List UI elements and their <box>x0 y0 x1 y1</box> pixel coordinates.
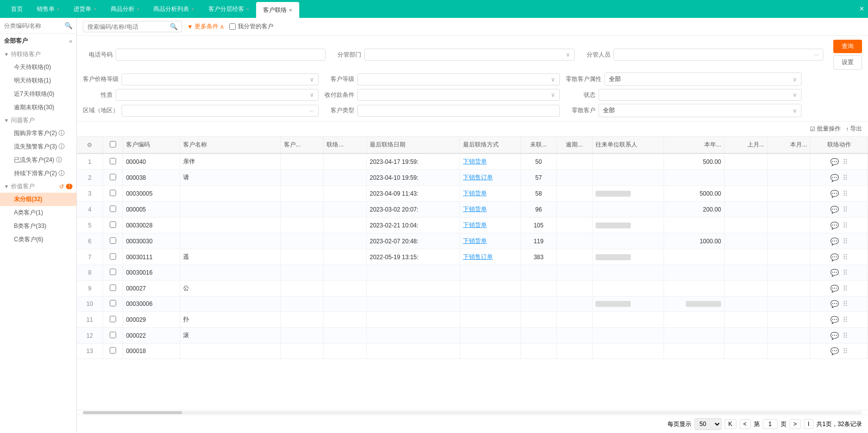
row-checkbox[interactable] <box>110 285 116 291</box>
method-link[interactable]: 下销售订单 <box>463 253 493 260</box>
close-icon-customer-tier[interactable]: × <box>246 0 249 18</box>
th-check[interactable] <box>103 137 123 153</box>
reset-button[interactable]: 设置 <box>833 55 862 70</box>
sidebar-item-churned[interactable]: 已流失客户(24) ⓘ <box>0 153 76 167</box>
sidebar-item-today[interactable]: 今天待联络(0) <box>0 61 76 74</box>
more-actions-icon[interactable]: ⠿ <box>843 190 848 198</box>
close-icon-customer-contact[interactable]: × <box>289 2 292 18</box>
sidebar-item-declining[interactable]: 持续下滑客户(2) ⓘ <box>0 167 76 180</box>
search-input[interactable] <box>87 23 168 30</box>
more-actions-icon[interactable]: ⠿ <box>843 285 848 292</box>
sidebar-item-class-c[interactable]: C类客户(6) <box>0 233 76 246</box>
sidebar-collapse-icon[interactable]: « <box>69 38 72 45</box>
row-checkbox[interactable] <box>110 300 116 306</box>
page-size-select[interactable]: 50 100 <box>694 418 722 430</box>
sidebar-search-input[interactable] <box>4 22 63 29</box>
scatter-select[interactable]: 全部 ∨ <box>599 104 801 117</box>
cell-check[interactable] <box>103 249 123 265</box>
more-actions-icon[interactable]: ⠿ <box>843 237 848 245</box>
chat-icon[interactable]: 💬 <box>830 300 839 308</box>
cell-last-method[interactable]: 下销售订单 <box>460 170 521 186</box>
nav-item-analysis-list[interactable]: 商品分析列表 × <box>146 0 201 18</box>
more-actions-icon[interactable]: ⠿ <box>843 174 848 182</box>
close-icon-purchase[interactable]: × <box>93 0 96 18</box>
sidebar-item-ungrouped[interactable]: 未分组(32) <box>0 193 76 206</box>
row-checkbox[interactable] <box>110 174 116 180</box>
method-link[interactable]: 下销货单 <box>463 237 487 244</box>
phone-input[interactable] <box>116 49 326 61</box>
more-actions-icon[interactable]: ⠿ <box>843 221 848 229</box>
row-checkbox[interactable] <box>110 190 116 196</box>
cell-check[interactable] <box>103 186 123 202</box>
value-refresh-icon[interactable]: ↺ <box>59 183 64 190</box>
close-icon-analysis-list[interactable]: × <box>191 0 194 18</box>
page-number-input[interactable] <box>763 419 778 429</box>
cell-check[interactable] <box>103 170 123 186</box>
more-actions-icon[interactable]: ⠿ <box>843 158 848 166</box>
more-actions-icon[interactable]: ⠿ <box>843 253 848 261</box>
cell-last-method[interactable]: 下销货单 <box>460 202 521 217</box>
scatter-attr-select[interactable]: 全部 ∨ <box>604 72 801 86</box>
more-filters-btn[interactable]: ▼ 更多条件 ∧ <box>187 22 224 31</box>
row-checkbox[interactable] <box>110 158 116 164</box>
cell-check[interactable] <box>103 202 123 217</box>
last-page-btn[interactable]: I <box>804 419 813 429</box>
chat-icon[interactable]: 💬 <box>830 158 839 166</box>
check-all[interactable] <box>110 141 116 147</box>
nav-item-home[interactable]: 首页 <box>4 0 30 18</box>
payment-select[interactable]: ∨ <box>357 89 560 101</box>
method-link[interactable]: 下销售订单 <box>463 174 493 181</box>
more-actions-icon[interactable]: ⠿ <box>843 269 848 277</box>
cell-check[interactable] <box>103 153 123 170</box>
method-link[interactable]: 下销货单 <box>463 221 487 228</box>
first-page-btn[interactable]: K <box>725 419 736 429</box>
chat-icon[interactable]: 💬 <box>830 253 839 261</box>
row-checkbox[interactable] <box>110 347 116 354</box>
chat-icon[interactable]: 💬 <box>830 190 839 198</box>
row-checkbox[interactable] <box>110 332 116 338</box>
sidebar-item-7days[interactable]: 近7天待联络(0) <box>0 87 76 101</box>
nav-item-analysis[interactable]: 商品分析 × <box>104 0 146 18</box>
next-page-btn[interactable]: > <box>790 419 801 429</box>
sidebar-item-class-b[interactable]: B类客户(33) <box>0 219 76 233</box>
chat-icon[interactable]: 💬 <box>830 332 839 340</box>
more-actions-icon[interactable]: ⠿ <box>843 316 848 324</box>
nature-select[interactable]: ∨ <box>116 89 319 101</box>
row-checkbox[interactable] <box>110 253 116 260</box>
row-checkbox[interactable] <box>110 269 116 275</box>
cell-last-method[interactable]: 下销货单 <box>460 217 521 233</box>
my-customers-checkbox[interactable] <box>229 23 236 30</box>
cell-check[interactable] <box>103 281 123 296</box>
chat-icon[interactable]: 💬 <box>830 269 839 277</box>
more-actions-icon[interactable]: ⠿ <box>843 347 848 355</box>
cell-check[interactable] <box>103 328 123 344</box>
more-actions-icon[interactable]: ⠿ <box>843 206 848 214</box>
cell-check[interactable] <box>103 265 123 281</box>
query-button[interactable]: 查询 <box>833 40 862 53</box>
chat-icon[interactable]: 💬 <box>830 285 839 292</box>
cell-check[interactable] <box>103 217 123 233</box>
cell-last-method[interactable]: 下销货单 <box>460 233 521 249</box>
cell-check[interactable] <box>103 233 123 249</box>
row-checkbox[interactable] <box>110 221 116 228</box>
customer-type-input[interactable] <box>357 105 560 117</box>
row-checkbox[interactable] <box>110 237 116 244</box>
more-actions-icon[interactable]: ⠿ <box>843 332 848 340</box>
row-checkbox[interactable] <box>110 206 116 212</box>
price-grade-select[interactable]: ∨ <box>122 73 319 85</box>
cell-last-method[interactable]: 下销货单 <box>460 186 521 202</box>
nav-close-all[interactable]: × <box>860 4 864 13</box>
cell-check[interactable] <box>103 312 123 328</box>
customer-grade-select[interactable]: ∨ <box>357 73 560 85</box>
region-input[interactable]: ··· <box>122 105 319 117</box>
prev-page-btn[interactable]: < <box>739 419 751 429</box>
cell-last-method[interactable]: 下销售订单 <box>460 249 521 265</box>
person-input[interactable]: ··· <box>613 49 823 61</box>
cell-check[interactable] <box>103 296 123 312</box>
status-select[interactable]: ∨ <box>599 89 801 101</box>
dept-select[interactable]: ∨ <box>364 49 574 61</box>
sidebar-item-churn-warning[interactable]: 流失预警客户(3) ⓘ <box>0 140 76 153</box>
cell-check[interactable] <box>103 344 123 359</box>
sidebar-item-hoarding[interactable]: 囤购异常客户(2) ⓘ <box>0 127 76 140</box>
cell-last-method[interactable]: 下销货单 <box>460 153 521 170</box>
